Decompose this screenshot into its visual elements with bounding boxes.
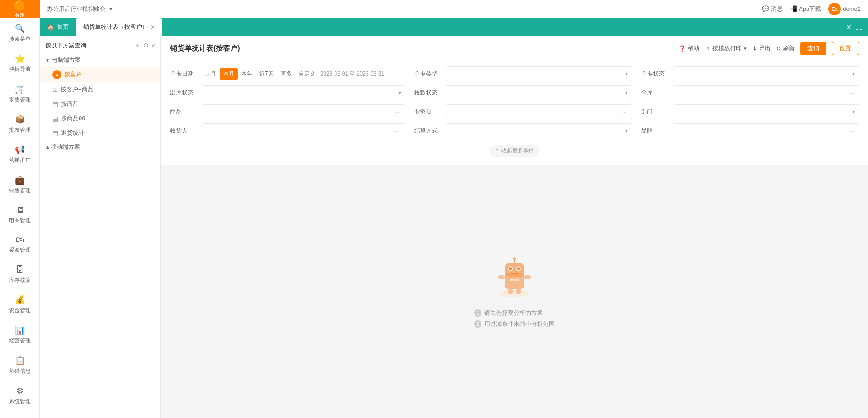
scheme-group-pc: ▼ 电脑端方案 ● 按客户 ⊞ 按客户+商品 ▤ 按商品 bbox=[40, 53, 160, 140]
scheme-item-by-customer[interactable]: ● 按客户 bbox=[40, 67, 160, 82]
sidebar-item-purchase[interactable]: 🛍 采购管理 bbox=[0, 230, 40, 260]
out-status-input[interactable]: ▾ bbox=[202, 86, 405, 100]
tab-close-icon[interactable]: ✕ bbox=[151, 24, 155, 30]
sidebar-item-label-search: 搜索菜单 bbox=[9, 35, 31, 43]
recipient-input[interactable]: ··· bbox=[202, 124, 405, 138]
goods-input[interactable]: ··· bbox=[202, 104, 405, 119]
date-tab-custom[interactable]: 自定义 bbox=[295, 68, 319, 80]
filter-row-1: 单据日期 上月 本月 本年 近7天 更多 自定义 2023-03-01 至 20… bbox=[170, 66, 859, 81]
industry-selector[interactable]: 办公用品行业模拟账套 ▾ bbox=[47, 5, 113, 13]
brand-label: 品牌 bbox=[641, 127, 673, 135]
sidebar-item-label-basic: 基础信息 bbox=[9, 367, 31, 375]
filter-out-status: 出库状态 ▾ bbox=[170, 86, 405, 100]
sidebar-item-sales[interactable]: 💼 销售管理 bbox=[0, 170, 40, 200]
sidebar-item-system[interactable]: ⚙ 系统管理 bbox=[0, 380, 40, 411]
sidebar-item-retail[interactable]: 🛒 零售管理 bbox=[0, 79, 40, 109]
date-tab-this-year[interactable]: 本年 bbox=[238, 68, 256, 80]
tab-home[interactable]: 🏠 首页 bbox=[40, 18, 76, 36]
sidebar-item-label-sales: 销售管理 bbox=[9, 187, 31, 195]
tip-2-text: 用过滤条件来缩小分析范围 bbox=[484, 320, 555, 328]
user-label: demo2 bbox=[843, 5, 861, 12]
page-title: 销货单统计表(按客户) bbox=[170, 44, 240, 53]
settlement-arrow: ▾ bbox=[625, 128, 628, 134]
department-input[interactable]: ▾ bbox=[673, 104, 859, 119]
settings-scheme-btn[interactable]: ⊙ bbox=[143, 42, 149, 50]
help-btn[interactable]: ❓ 帮助 bbox=[679, 44, 699, 52]
scheme-group-mobile-header[interactable]: ▶ 移动端方案 bbox=[40, 140, 160, 154]
warehouse-label: 仓库 bbox=[641, 89, 673, 97]
ecommerce-icon: 🖥 bbox=[16, 205, 24, 215]
tab-collapse-icon[interactable]: ✕ bbox=[846, 23, 852, 32]
settlement-label: 结算方式 bbox=[414, 127, 446, 135]
scheme-item-by-goods99[interactable]: ▤ 按商品99 bbox=[40, 111, 160, 126]
brand-input[interactable]: ··· bbox=[673, 124, 859, 138]
sidebar-item-basic[interactable]: 📋 基础信息 bbox=[0, 350, 40, 380]
tab-expand-icon[interactable]: ⛶ bbox=[855, 23, 863, 31]
filter-date: 单据日期 上月 本月 本年 近7天 更多 自定义 2023-03-01 至 20… bbox=[170, 66, 405, 81]
app-download-btn[interactable]: 📲 App下载 bbox=[790, 5, 821, 13]
filter-brand: 品牌 ··· bbox=[641, 124, 859, 138]
user-menu[interactable]: Ea demo2 bbox=[828, 3, 861, 15]
search-icon: 🔍 bbox=[15, 24, 25, 33]
sidebar-item-shortcut[interactable]: ⭐ 快捷导航 bbox=[0, 48, 40, 79]
order-type-arrow: ▾ bbox=[625, 71, 628, 77]
sidebar-item-marketing[interactable]: 📢 营销推广 bbox=[0, 139, 40, 170]
table-icon: ▤ bbox=[52, 100, 58, 108]
scheme-item-customer-label: 按客户 bbox=[64, 71, 82, 79]
scheme-item-customer-goods-label: 按客户+商品 bbox=[61, 86, 94, 94]
page-actions: ❓ 帮助 🖨 按模板打印 ▾ ⬇ 导出 ↺ 刷新 bbox=[679, 42, 859, 55]
empty-illustration bbox=[492, 255, 537, 302]
scheme-group-pc-header[interactable]: ▼ 电脑端方案 bbox=[40, 53, 160, 67]
scheme-item-customer-goods[interactable]: ⊞ 按客户+商品 bbox=[40, 82, 160, 97]
grid-icon: ⊞ bbox=[52, 86, 58, 93]
sidebar-item-operation[interactable]: 📊 经营管理 bbox=[0, 320, 40, 350]
settlement-input[interactable]: ▾ bbox=[446, 124, 632, 138]
sidebar-item-finance[interactable]: 💰 资金管理 bbox=[0, 290, 40, 320]
date-tab-this-month[interactable]: 本月 bbox=[220, 68, 238, 80]
date-tab-last-month[interactable]: 上月 bbox=[202, 68, 220, 80]
print-btn[interactable]: 🖨 按模板打印 ▾ bbox=[705, 44, 747, 52]
empty-tip-2: 2 用过滤条件来缩小分析范围 bbox=[474, 320, 555, 328]
sidebar-item-wholesale[interactable]: 📦 批发管理 bbox=[0, 109, 40, 139]
filter-order-type: 单据类型 ▾ bbox=[414, 66, 632, 81]
order-type-input[interactable]: ▾ bbox=[446, 66, 632, 81]
order-status-input[interactable]: ▾ bbox=[673, 66, 859, 81]
messages-btn[interactable]: 💬 消息 bbox=[762, 5, 783, 13]
tab-sales-stat[interactable]: 销货单统计表（按客户） ✕ bbox=[76, 18, 162, 36]
warehouse-input[interactable]: ··· bbox=[673, 86, 859, 100]
salesperson-input[interactable]: ··· bbox=[446, 104, 632, 119]
app-download-label: App下载 bbox=[799, 5, 821, 13]
query-btn[interactable]: 查询 bbox=[800, 42, 826, 55]
messages-label: 消息 bbox=[771, 5, 783, 13]
logo-icon: 🟠 bbox=[14, 0, 26, 12]
pc-group-label: 电脑端方案 bbox=[52, 56, 81, 64]
enterprise-icon: 🤝 bbox=[15, 416, 25, 418]
refresh-btn[interactable]: ↺ 刷新 bbox=[776, 44, 795, 52]
add-scheme-btn[interactable]: ＋ bbox=[134, 42, 141, 50]
mobile-group-arrow: ▶ bbox=[45, 145, 50, 149]
empty-tip-1: 1 请先选择要分析的方案 bbox=[474, 309, 555, 317]
sidebar-item-ecommerce[interactable]: 🖥 电商管理 bbox=[0, 200, 40, 230]
payment-status-input[interactable]: ▾ bbox=[446, 86, 632, 100]
date-tab-7days[interactable]: 近7天 bbox=[256, 68, 277, 80]
left-panel-title: 按以下方案查询 bbox=[45, 42, 86, 50]
top-header: 办公用品行业模拟账套 ▾ 💬 消息 📲 App下载 Ea demo2 bbox=[40, 0, 868, 18]
collapse-panel-btn[interactable]: « bbox=[151, 42, 155, 50]
settings-btn[interactable]: 设置 bbox=[832, 42, 859, 55]
industry-label: 办公用品行业模拟账套 bbox=[47, 5, 106, 13]
sidebar-item-search[interactable]: 🔍 搜索菜单 bbox=[0, 18, 40, 48]
logo-text: 标账 bbox=[15, 12, 24, 18]
svg-point-5 bbox=[509, 267, 512, 270]
right-panel: 销货单统计表(按客户) ❓ 帮助 🖨 按模板打印 ▾ ⬇ 导出 bbox=[161, 36, 868, 418]
scheme-item-return-stat[interactable]: ▦ 退货统计 bbox=[40, 126, 160, 140]
sidebar-item-enterprise[interactable]: 🤝 企业协同 bbox=[0, 411, 40, 418]
scheme-item-by-goods[interactable]: ▤ 按商品 bbox=[40, 97, 160, 111]
sidebar-item-label-finance: 资金管理 bbox=[9, 307, 31, 314]
date-tab-more[interactable]: 更多 bbox=[277, 68, 295, 80]
sidebar-item-inventory[interactable]: 🗄 库存核算 bbox=[0, 260, 40, 290]
pc-group-arrow: ▼ bbox=[45, 58, 50, 63]
collapse-btn[interactable]: ⌃ 收起更多条件 bbox=[490, 145, 539, 157]
print-icon: 🖨 bbox=[705, 45, 711, 52]
export-btn[interactable]: ⬇ 导出 bbox=[752, 44, 771, 52]
main-content: 办公用品行业模拟账套 ▾ 💬 消息 📲 App下载 Ea demo2 🏠 首页 … bbox=[40, 0, 868, 418]
